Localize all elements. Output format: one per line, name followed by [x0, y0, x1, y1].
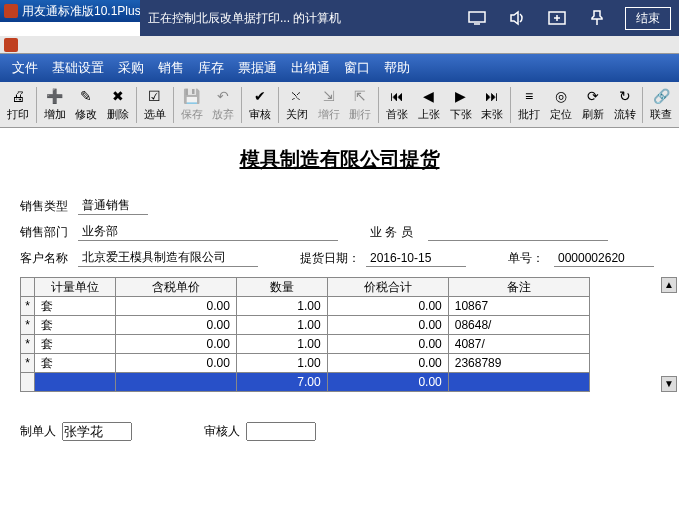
sale-type-field[interactable]: [78, 197, 148, 215]
toolbar-printer-button[interactable]: 🖨打印: [3, 84, 33, 126]
clerk-label: 业 务 员: [370, 224, 422, 241]
toolbar-locate-button[interactable]: ◎定位: [546, 84, 576, 126]
scroll-down-button[interactable]: ▼: [661, 376, 677, 392]
menu-stock[interactable]: 库存: [198, 59, 224, 77]
table-row[interactable]: *套0.001.000.004087/: [21, 335, 590, 354]
toolbar-delete-button[interactable]: ✖删除: [103, 84, 133, 126]
app-icon: [4, 4, 18, 18]
save-icon: 💾: [183, 87, 201, 105]
menu-help[interactable]: 帮助: [384, 59, 410, 77]
menu-basesetup[interactable]: 基础设置: [52, 59, 104, 77]
date-field[interactable]: [366, 249, 466, 267]
toolbar-label: 批打: [518, 107, 540, 122]
form-title: 模具制造有限公司提货: [20, 146, 659, 173]
clerk-field[interactable]: [428, 223, 608, 241]
printer-icon: 🖨: [9, 87, 27, 105]
col-header[interactable]: 含税单价: [115, 278, 236, 297]
remote-control-bar: 正在控制北辰改单据打印... 的计算机 结束: [140, 0, 679, 36]
auditor-field[interactable]: [246, 422, 316, 441]
toolbar-link-button[interactable]: 🔗联查: [646, 84, 676, 126]
docno-label: 单号：: [508, 250, 548, 267]
end-session-button[interactable]: 结束: [625, 7, 671, 30]
auditor-label: 审核人: [204, 423, 240, 440]
toolbar-label: 修改: [75, 107, 97, 122]
sale-type-label: 销售类型: [20, 198, 72, 215]
menu-purchase[interactable]: 采购: [118, 59, 144, 77]
toolbar-label: 定位: [550, 107, 572, 122]
table-row[interactable]: *套0.001.000.0008648/: [21, 316, 590, 335]
col-header[interactable]: 数量: [236, 278, 327, 297]
form-area: 模具制造有限公司提货 销售类型 销售部门 业 务 员 客户名称 提货日期： 单号…: [0, 128, 679, 510]
last-icon: ⏭: [483, 87, 501, 105]
link-icon: 🔗: [652, 87, 670, 105]
dept-field[interactable]: [78, 223, 338, 241]
toolbar-label: 末张: [481, 107, 503, 122]
dept-label: 销售部门: [20, 224, 72, 241]
menu-cash[interactable]: 出纳通: [291, 59, 330, 77]
toolbar-flow-button[interactable]: ↻流转: [610, 84, 640, 126]
col-header[interactable]: 价税合计: [327, 278, 448, 297]
remote-msg: 正在控制北辰改单据打印... 的计算机: [148, 10, 457, 27]
pin-icon[interactable]: [583, 4, 611, 32]
toolbar-batch-button[interactable]: ≡批打: [514, 84, 544, 126]
toolbar-label: 增加: [44, 107, 66, 122]
end-label: 结束: [636, 11, 660, 25]
toolbar-first-button[interactable]: ⏮首张: [382, 84, 412, 126]
toolbar-plus-button[interactable]: ➕增加: [40, 84, 70, 126]
toolbar-label: 保存: [181, 107, 203, 122]
toolbar-edit-button[interactable]: ✎修改: [72, 84, 102, 126]
undo-icon: ↶: [214, 87, 232, 105]
refresh-icon: ⟳: [584, 87, 602, 105]
menu-bar: 文件 基础设置 采购 销售 库存 票据通 出纳通 窗口 帮助: [0, 54, 679, 82]
maker-label: 制单人: [20, 423, 56, 440]
batch-icon: ≡: [520, 87, 538, 105]
toolbar-label: 流转: [614, 107, 636, 122]
toolbar-label: 放弃: [212, 107, 234, 122]
menu-file[interactable]: 文件: [12, 59, 38, 77]
toolbar-check-button[interactable]: ✔审核: [245, 84, 275, 126]
speaker-icon[interactable]: [503, 4, 531, 32]
toolbar-prev-button[interactable]: ◀上张: [414, 84, 444, 126]
toolbar-label: 关闭: [286, 107, 308, 122]
toolbar-refresh-button[interactable]: ⟳刷新: [578, 84, 608, 126]
table-row[interactable]: *套0.001.000.002368789: [21, 354, 590, 373]
col-header[interactable]: 备注: [448, 278, 589, 297]
toolbar-label: 上张: [418, 107, 440, 122]
cust-field[interactable]: [78, 249, 258, 267]
col-header[interactable]: 计量单位: [35, 278, 116, 297]
edit-icon: ✎: [77, 87, 95, 105]
toolbar-next-button[interactable]: ▶下张: [446, 84, 476, 126]
menu-bill[interactable]: 票据通: [238, 59, 277, 77]
docno-field[interactable]: [554, 249, 654, 267]
svg-rect-0: [469, 12, 485, 22]
next-icon: ▶: [452, 87, 470, 105]
toolbar-label: 联查: [650, 107, 672, 122]
toolbar-close-button[interactable]: ⛌关闭: [282, 84, 312, 126]
maker-field[interactable]: [62, 422, 132, 441]
first-icon: ⏮: [388, 87, 406, 105]
select-icon: ☑: [146, 87, 164, 105]
toolbar-addrow-button: ⇲增行: [314, 84, 344, 126]
toolbar-label: 删除: [107, 107, 129, 122]
toolbar-select-button[interactable]: ☑选单: [140, 84, 170, 126]
toolbar-label: 选单: [144, 107, 166, 122]
date-label: 提货日期：: [300, 250, 360, 267]
monitor-icon[interactable]: [463, 4, 491, 32]
menu-sale[interactable]: 销售: [158, 59, 184, 77]
mdi-icon: [4, 38, 18, 52]
window-plus-icon[interactable]: [543, 4, 571, 32]
mdi-bar: [0, 36, 679, 54]
menu-window[interactable]: 窗口: [344, 59, 370, 77]
addrow-icon: ⇲: [320, 87, 338, 105]
close-icon: ⛌: [288, 87, 306, 105]
grid-wrap: 计量单位含税单价数量价税合计备注 *套0.001.000.0010867*套0.…: [20, 277, 659, 392]
toolbar: 🖨打印➕增加✎修改✖删除☑选单💾保存↶放弃✔审核⛌关闭⇲增行⇱删行⏮首张◀上张▶…: [0, 82, 679, 128]
locate-icon: ◎: [552, 87, 570, 105]
flow-icon: ↻: [616, 87, 634, 105]
toolbar-label: 审核: [249, 107, 271, 122]
table-row[interactable]: *套0.001.000.0010867: [21, 297, 590, 316]
scroll-up-button[interactable]: ▲: [661, 277, 677, 293]
data-grid[interactable]: 计量单位含税单价数量价税合计备注 *套0.001.000.0010867*套0.…: [20, 277, 590, 392]
cust-label: 客户名称: [20, 250, 72, 267]
toolbar-last-button[interactable]: ⏭末张: [478, 84, 508, 126]
